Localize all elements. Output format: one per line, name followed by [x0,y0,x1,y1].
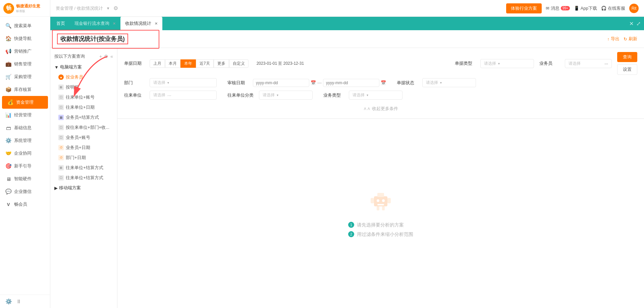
dept-select[interactable]: 请选择 ▾ [150,78,217,87]
export-btn[interactable]: ↑ 导出 [607,36,620,42]
partner-category-label: 往来单位分类 [227,92,254,98]
refresh-btn[interactable]: ↻ 刷新 [624,36,637,42]
sales-icon: 💼 [5,61,11,67]
member-icon: V [5,201,11,207]
app-download-btn[interactable]: 📱 App下载 [574,5,597,11]
tree-item-salesman-settle[interactable]: ▦ 业务员+结算方式 [50,112,117,122]
dropdown-icon[interactable]: ▾ [107,6,109,11]
sidebar-item-finance[interactable]: 💰 资金管理 [2,96,48,109]
date-tab-more[interactable]: 更多 [214,59,229,68]
settings-topbar-icon[interactable]: ⚙ [113,5,118,11]
tab-bank-flow[interactable]: 现金银行流水查询 ✕ [70,17,120,30]
partner-label: 往来单位 [124,92,144,98]
tab-receipt-stats[interactable]: 收款情况统计 ✕ [120,17,162,30]
date-tab-last7days[interactable]: 近7天 [196,59,214,68]
tree-item-dept-date[interactable]: ⏱ 部门+日期 [50,153,117,163]
calendar-icon-to[interactable]: 📅 [381,80,386,85]
sidebar-item-sales[interactable]: 💼 销售管理 [0,58,50,70]
salesman-dots[interactable]: ··· [604,61,608,66]
corp-icon: 🤝 [5,150,11,156]
settings-bottom-icon[interactable]: ⚙️ [5,298,12,305]
sidebar-item-operation[interactable]: 📊 经营管理 [0,109,50,121]
marketing-icon: 📢 [5,48,11,54]
tree-item-partner-settle1[interactable]: ⊞ 往来单位+结算方式 [50,163,117,173]
tree-item-partner-account[interactable]: ☐ 往来单位+账号 [50,92,117,102]
audit-date-from[interactable] [253,79,309,87]
action-buttons: 查询 设置 [617,52,637,75]
user-avatar[interactable]: Rit [629,4,639,13]
date-tab-custom[interactable]: 自定义 [229,59,249,68]
sidebar-item-purchase[interactable]: 🛒 采购管理 [0,70,50,83]
biz-type-select[interactable]: 请选择 ▾ [349,91,402,100]
tab-close-bank-flow[interactable]: ✕ [113,21,116,26]
panel-header: 按以下方案查询 + ⚙ « [50,51,117,62]
scheme-settings-icon[interactable]: ⚙ [104,54,108,59]
dept-arrow: ▾ [167,81,169,85]
audit-date-to[interactable] [323,79,379,87]
export-icon: ↑ [607,37,610,42]
partner-dots[interactable]: ··· [167,93,171,98]
guide-icon: 🎯 [5,163,11,169]
sidebar-item-system[interactable]: ⚙️ 系统管理 [0,134,50,147]
collapse-panel-icon[interactable]: « [110,54,113,59]
expand-icon[interactable]: ⤢ [636,20,641,27]
dept-date-icon: ⏱ [58,155,64,160]
calendar-icon-from[interactable]: 📅 [311,80,316,85]
body-area: 按以下方案查询 + ⚙ « ▼ 电脑端方案 ● 按业务员 [50,48,644,308]
tree-item-by-detail[interactable]: ⊞ 按明细 [50,82,117,92]
empty-state: 1 请先选择要分析的方案 2 用过滤条件来缩小分析范围 [117,119,644,308]
svg-rect-5 [371,198,374,203]
partner-select[interactable]: 请选择 ··· [150,91,217,100]
sidebar-nav: 🔍 搜索菜单 🏠 快捷导航 📢 营销推广 💼 销售管理 🛒 采购管理 📦 库存核… [0,17,50,295]
left-panel: 按以下方案查询 + ⚙ « ▼ 电脑端方案 ● 按业务员 [50,48,117,308]
sidebar-item-hardware[interactable]: 🖥 智能硬件 [0,172,50,185]
search-icon: 🔍 [5,23,11,29]
tree-section-mobile: ▶ 移动端方案 [50,183,117,193]
partner-settle2-icon: ☐ [58,175,64,181]
online-service-btn[interactable]: 🎧 在线客服 [601,5,625,11]
query-button[interactable]: 查询 [617,52,637,62]
sidebar-item-inventory[interactable]: 📦 库存核算 [0,83,50,96]
settings-button[interactable]: 设置 [617,64,637,75]
close-window-icon[interactable]: ✕ [629,20,634,27]
svg-rect-4 [377,204,384,205]
salesman-select[interactable]: 请选择 ··· [565,59,612,68]
tree-item-salesman-account[interactable]: ☐ 业务员+账号 [50,133,117,143]
collapse-sidebar-icon[interactable]: ⏸ [16,299,21,305]
tree-item-salesman-date[interactable]: ⏱ 业务员+日期 [50,143,117,153]
doc-type-select[interactable]: 请选择 ▾ [480,59,534,68]
svg-point-2 [377,199,379,202]
sidebar-item-basic[interactable]: 🗃 基础信息 [0,121,50,134]
tab-home[interactable]: 首页 [52,17,70,30]
doc-status-select[interactable]: 请选择 ▾ [422,78,476,87]
sidebar-item-marketing[interactable]: 📢 营销推广 [0,45,50,58]
date-tab-this-month[interactable]: 本月 [165,59,180,68]
avatar-circle: Rit [629,4,639,13]
sidebar-item-corp[interactable]: 🤝 企业协同 [0,147,50,160]
partner-category-select[interactable]: 请选择 ▾ [259,91,313,100]
sidebar-item-search[interactable]: 🔍 搜索菜单 [0,19,50,32]
doc-type-arrow: ▾ [498,62,500,65]
tree-item-by-salesman[interactable]: ● 按业务员 [50,72,117,82]
date-tab-last-month[interactable]: 上月 [150,59,165,68]
sidebar-item-quick-nav[interactable]: 🏠 快捷导航 [0,32,50,45]
date-separator: — [317,80,322,85]
sidebar-item-member[interactable]: V 畅会员 [0,198,50,211]
partner-account-icon: ☐ [58,95,64,100]
salesman-settle-icon: ▦ [58,115,64,120]
sidebar-item-wechat[interactable]: 💬 企业微信 [0,185,50,198]
tab-close-receipt-stats[interactable]: ✕ [155,21,158,26]
message-btn[interactable]: ✉ 消息 99+ [546,5,570,11]
date-tab-this-year[interactable]: 本年 [180,59,196,68]
tree-item-partner-dept-collect[interactable]: ☐ 按往来单位+部门+收... [50,122,117,133]
tree-item-partner-settle2[interactable]: ☐ 往来单位+结算方式 [50,173,117,183]
salesman-date-icon: ⏱ [58,145,64,150]
add-scheme-btn[interactable]: + [99,54,102,59]
inventory-icon: 📦 [5,87,11,93]
collapse-more-btn[interactable]: ∧∧ 收起更多条件 [124,103,637,114]
tree-parent-mobile[interactable]: ▶ 移动端方案 [50,183,117,193]
sidebar-item-guide[interactable]: 🎯 新手引导 [0,160,50,172]
tree-parent-desktop[interactable]: ▼ 电脑端方案 [50,62,117,72]
industry-btn[interactable]: 体验行业方案 [506,3,542,13]
tree-item-partner-date[interactable]: ☐ 往来单位+日期 [50,102,117,112]
